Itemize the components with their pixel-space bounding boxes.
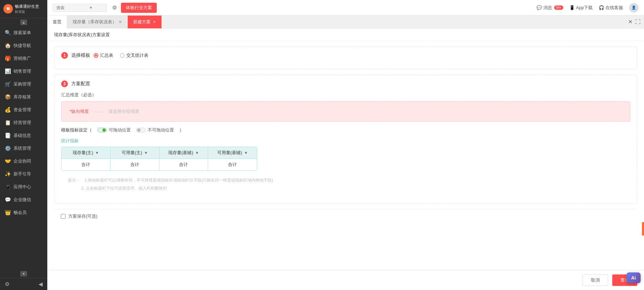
- sidebar-item-purchase-label: 采购管理: [14, 81, 31, 87]
- sidebar-item-agreement[interactable]: 🤝 企业协同: [0, 155, 47, 168]
- sidebar-item-sales-label: 销售管理: [14, 68, 31, 74]
- non-draggable-label: 不可拖动位置: [148, 127, 174, 133]
- sidebar-menu: 🔍 搜索菜单 🏠 快捷导航 🎁 营销推广 📊 销售管理 🛒 采购管理 📦 库存核…: [0, 26, 47, 270]
- stats-cell-1-2: 合计: [110, 159, 159, 170]
- tab-home[interactable]: 首页: [47, 16, 67, 28]
- stats-col-3[interactable]: 现存量(基辅) ▼: [159, 147, 208, 159]
- search-input[interactable]: [56, 5, 87, 10]
- crown-icon: 👑: [5, 210, 11, 216]
- sidebar-item-app-center[interactable]: 📱 应用中心: [0, 180, 47, 193]
- dimension-container: 汇总维度（必选） *纵向维度 —— 请选择分组维度: [61, 92, 630, 122]
- resize-handle[interactable]: [642, 222, 644, 236]
- save-checkbox[interactable]: [61, 214, 66, 219]
- sidebar-item-purchase[interactable]: 🛒 采购管理: [0, 78, 47, 91]
- trial-btn[interactable]: 体验行业方案: [121, 3, 157, 13]
- sidebar-item-system[interactable]: ⚙️ 系统管理: [0, 142, 47, 155]
- sidebar-item-sales[interactable]: 📊 销售管理: [0, 65, 47, 78]
- sidebar-item-search-label: 搜索菜单: [14, 30, 31, 36]
- tab-inventory-close-icon[interactable]: ✕: [119, 20, 122, 24]
- toggle-group: 模板指标设定（ 可拖动位置 不可拖动位置: [61, 127, 630, 133]
- box-icon: 📦: [5, 94, 11, 100]
- search-box[interactable]: ▼: [53, 4, 107, 12]
- app-download-item[interactable]: 📱 App下载: [569, 5, 593, 11]
- app-name: 畅康通好生意 标准版: [15, 4, 39, 14]
- sidebar-item-search[interactable]: 🔍 搜索菜单: [0, 26, 47, 39]
- stats-col-2-dropdown-icon[interactable]: ▼: [144, 151, 148, 155]
- chart-icon: 📊: [5, 68, 11, 74]
- stats-col-1-dropdown-icon[interactable]: ▼: [95, 151, 99, 155]
- sidebar-item-basic-info[interactable]: 📑 基础信息: [0, 129, 47, 142]
- indicators-close-paren: ）: [179, 127, 184, 133]
- stats-col-4-dropdown-icon[interactable]: ▼: [244, 151, 248, 155]
- stats-col-1[interactable]: 现存量(主) ▼: [61, 147, 110, 159]
- doc-icon: 📑: [5, 132, 11, 139]
- collapse-icon[interactable]: ◀: [39, 281, 43, 287]
- stats-col-3-dropdown-icon[interactable]: ▼: [195, 151, 199, 155]
- dimension-row: *纵向维度 —— 请选择分组维度: [70, 108, 622, 115]
- radio-cross-label: 交叉统计表: [126, 52, 148, 58]
- tab-new-scheme-label: 新建方案: [133, 19, 151, 25]
- mobile-icon: 📱: [5, 184, 11, 190]
- step2-number: 2: [61, 80, 68, 87]
- app-logo-icon: 畅: [3, 4, 13, 14]
- draggable-label: 可拖动位置: [109, 127, 131, 133]
- message-icon: 💬: [537, 5, 542, 10]
- stats-table-header: 现存量(主) ▼ 可用量(主) ▼ 现存量(基辅) ▼: [61, 147, 257, 159]
- tab-expand-icon[interactable]: ⛶: [635, 19, 641, 25]
- home-icon: 🏠: [5, 43, 11, 49]
- sidebar-scroll-down-btn[interactable]: ▼: [20, 271, 27, 276]
- sidebar-scroll-down-area: ▼: [0, 270, 47, 278]
- sidebar-item-inventory-label: 库存核算: [14, 94, 31, 100]
- online-service-item[interactable]: 🎧 在线客服: [599, 5, 623, 11]
- user-avatar[interactable]: 👤: [629, 3, 639, 13]
- stats-col-2[interactable]: 可用量(主) ▼: [110, 147, 159, 159]
- draggable-toggle-box: [97, 128, 107, 132]
- template-radio-group: 汇总表 交叉统计表: [94, 52, 148, 58]
- messages-item[interactable]: 💬 消息 99+: [537, 5, 563, 11]
- sidebar-item-operation[interactable]: 📋 经营管理: [0, 116, 47, 129]
- sidebar-scroll-up-btn[interactable]: ▲: [20, 20, 27, 25]
- sidebar-item-agreement-label: 企业协同: [14, 158, 31, 164]
- money-icon: 💰: [5, 107, 11, 113]
- tab-new-scheme-close-icon[interactable]: ✕: [153, 20, 156, 24]
- topbar-settings-icon[interactable]: ⚙: [112, 4, 117, 11]
- tip-2: 2. 点击标题栏下拉可设置排序、插入列和删除列: [68, 184, 623, 192]
- stats-col-3-label: 现存量(基辅): [168, 150, 193, 156]
- sidebar-item-system-label: 系统管理: [14, 145, 31, 151]
- non-draggable-toggle[interactable]: 不可拖动位置: [136, 127, 174, 133]
- dimension-area[interactable]: *纵向维度 —— 请选择分组维度: [61, 101, 630, 122]
- radio-summary[interactable]: 汇总表: [94, 52, 113, 58]
- settings-icon[interactable]: ⚙: [5, 281, 9, 287]
- tab-new-scheme[interactable]: 新建方案 ✕: [128, 16, 162, 28]
- sidebar-item-inventory[interactable]: 📦 库存核算: [0, 91, 47, 103]
- action-bar: 取消 查询: [47, 270, 644, 290]
- sidebar-item-guide-label: 新手引导: [14, 171, 31, 177]
- sidebar-item-marketing-label: 营销推广: [14, 55, 31, 62]
- sparkle-icon: ✨: [5, 171, 11, 177]
- draggable-toggle[interactable]: 可拖动位置: [97, 127, 131, 133]
- stats-col-4[interactable]: 可用量(基辅) ▼: [208, 147, 257, 159]
- dimension-title: 汇总维度（必选）: [61, 92, 630, 98]
- indicators-container: 模板指标设定（ 可拖动位置 不可拖动位置: [61, 127, 630, 171]
- tab-close-all-icon[interactable]: ✕: [628, 19, 633, 25]
- tab-inventory-label: 现存量（库存状况表）: [73, 19, 117, 25]
- search-dropdown-icon[interactable]: ▼: [89, 5, 93, 10]
- sidebar-item-marketing[interactable]: 🎁 营销推广: [0, 52, 47, 65]
- radio-cross[interactable]: 交叉统计表: [120, 52, 148, 58]
- sidebar-item-wechat[interactable]: 💬 企业微信: [0, 193, 47, 206]
- sidebar-item-finance[interactable]: 💰 资金管理: [0, 103, 47, 116]
- radio-summary-dot: [94, 53, 98, 58]
- ai-float-button[interactable]: Ai: [626, 272, 641, 283]
- stats-cell-1-3: 合计: [159, 159, 208, 170]
- sidebar-item-app-center-label: 应用中心: [14, 184, 31, 190]
- sidebar-item-guide[interactable]: ✨ 新手引导: [0, 168, 47, 180]
- sidebar-item-member[interactable]: 👑 畅会员: [0, 206, 47, 219]
- stats-col-1-label: 现存量(主): [73, 150, 93, 156]
- step2-label: 方案配置: [71, 81, 90, 87]
- cancel-button[interactable]: 取消: [583, 274, 608, 286]
- search-icon: 🔍: [5, 30, 11, 36]
- content-area: 现存量(库存状况表)方案设置 1 选择模板 汇总表 交叉统计表: [47, 28, 644, 270]
- tab-inventory-status[interactable]: 现存量（库存状况表） ✕: [67, 16, 128, 28]
- sidebar-item-quick-nav[interactable]: 🏠 快捷导航: [0, 39, 47, 52]
- sidebar-item-finance-label: 资金管理: [14, 107, 31, 113]
